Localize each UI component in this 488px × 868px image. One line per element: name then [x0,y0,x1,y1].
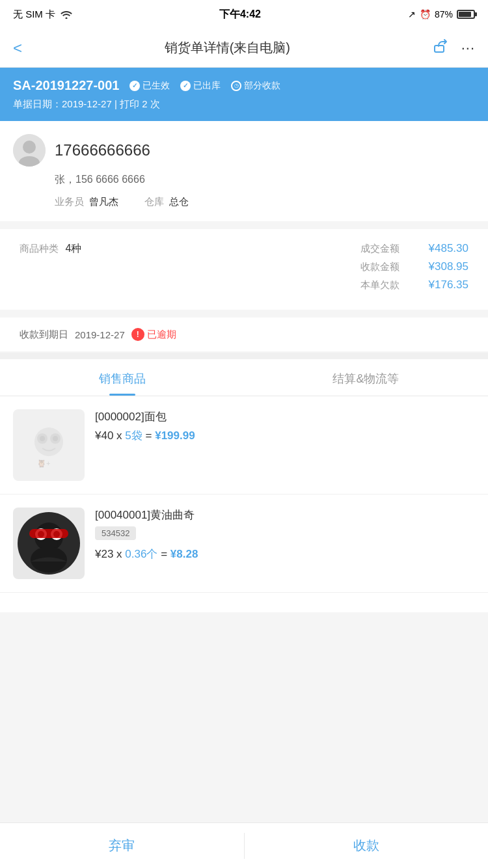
product-name-1: [0000002]面包 [95,409,475,424]
type-count: 4种 [65,242,81,256]
collect-payment-button[interactable]: 收款 [245,826,489,865]
price-base-1: ¥40 [95,429,113,442]
customer-meta: 业务员 曾凡杰 仓库 总仓 [13,196,475,208]
nav-actions: ··· [433,38,475,58]
price-eq-2: = [161,548,170,560]
staff-info: 业务员 曾凡杰 [55,196,118,208]
page-title: 销货单详情(来自电脑) [165,39,290,57]
product-item: 🦉+ [0000002]面包 ¥40 x 5袋 = ¥199.99 [0,396,488,495]
divider-2 [0,311,488,318]
svg-text:🦉+: 🦉+ [37,459,50,468]
battery-percent: 87% [435,9,453,20]
customer-section: 17666666666 张，156 6666 6666 业务员 曾凡杰 仓库 总… [0,121,488,221]
bottom-spacer [0,612,488,671]
received-row: 收款金额 ¥308.95 [360,260,468,273]
product-thumbnail-1: 🦉+ [13,409,85,481]
cancel-audit-button[interactable]: 弃审 [0,826,244,865]
price-eq-1: = [146,429,156,442]
customer-header: 17666666666 [13,134,475,167]
svg-rect-0 [435,46,444,52]
price-base-2: ¥23 [95,548,113,560]
svg-point-2 [23,141,36,154]
svg-rect-16 [29,529,68,538]
price-x-1: x [116,429,125,442]
product-name-2: [00040001]黄油曲奇 [95,508,475,522]
overdue-text: 已逾期 [147,329,176,341]
product-details-1: [0000002]面包 ¥40 x 5袋 = ¥199.99 [95,409,475,443]
staff-label: 业务员 [55,196,84,208]
overdue-icon: ! [131,328,144,341]
avatar [13,134,46,167]
svg-point-8 [53,436,58,441]
product-details-2: [00040001]黄油曲奇 534532 ¥23 x 0.36个 = ¥8.2… [95,508,475,562]
check-icon-2: ✓ [180,81,191,91]
bottom-bar: 弃审 收款 [0,822,488,868]
received-value: ¥308.95 [410,260,468,273]
product-thumbnail-2 [13,508,85,579]
product-list: 🦉+ [0000002]面包 ¥40 x 5袋 = ¥199.99 [0,396,488,612]
alarm-icon: ⏰ [420,9,431,20]
price-qty-2: 0.36个 [125,548,157,560]
debt-label: 本单欠款 [360,279,400,292]
divider-1 [0,223,488,229]
price-total-1: ¥199.99 [155,429,195,442]
debt-value: ¥176.35 [410,278,468,292]
status-time: 下午4:42 [219,8,261,21]
badge-shipped: ✓ 已出库 [180,80,221,92]
divider-3 [0,353,488,359]
staff-name: 曾凡杰 [89,196,118,208]
warehouse-label: 仓库 [144,196,164,208]
nav-bar: < 销货单详情(来自电脑) ··· [0,29,488,68]
wifi-icon [61,10,72,19]
product-price-2: ¥23 x 0.36个 = ¥8.28 [95,547,475,562]
tabs: 销售商品 结算&物流等 [0,359,488,396]
badge-partial: ◷ 部分收款 [231,80,280,92]
warehouse-info: 仓库 总仓 [144,196,189,208]
stats-left: 商品种类 4种 [20,242,81,256]
due-section: 收款到期日 2019-12-27 ! 已逾期 [0,318,488,351]
price-total-2: ¥8.28 [170,548,198,560]
banner-date: 单据日期：2019-12-27 | 打印 2 次 [13,98,475,111]
stats-right: 成交金额 ¥485.30 收款金额 ¥308.95 本单欠款 ¥176.35 [360,242,468,297]
due-label: 收款到期日 [20,329,68,341]
order-id: SA-20191227-001 [13,78,119,93]
warehouse-name: 总仓 [169,196,189,208]
stats-section: 商品种类 4种 成交金额 ¥485.30 收款金额 ¥308.95 本单欠款 ¥… [0,229,488,310]
amount-row: 成交金额 ¥485.30 [360,242,468,255]
banner-top: SA-20191227-001 ✓ 已生效 ✓ 已出库 ◷ 部分收款 [13,78,475,93]
type-label: 商品种类 [20,243,59,254]
tab-settlement[interactable]: 结算&物流等 [244,359,488,396]
check-icon-1: ✓ [129,81,140,91]
carrier-text: 无 SIM 卡 [13,8,55,21]
received-label: 收款金额 [360,261,400,273]
status-bar: 无 SIM 卡 下午4:42 ↗ ⏰ 87% [0,0,488,29]
product-tag-2: 534532 [95,526,136,540]
battery-fill [459,12,471,17]
tab-sales-products[interactable]: 销售商品 [0,359,244,396]
customer-phone: 17666666666 [55,141,150,159]
price-x-2: x [116,548,125,560]
status-left: 无 SIM 卡 [13,8,72,21]
back-button[interactable]: < [13,39,22,57]
debt-row: 本单欠款 ¥176.35 [360,278,468,292]
product-item-2: [00040001]黄油曲奇 534532 ¥23 x 0.36个 = ¥8.2… [0,495,488,593]
price-qty-1: 5袋 [125,429,142,442]
more-button[interactable]: ··· [461,40,475,57]
product-price-1: ¥40 x 5袋 = ¥199.99 [95,428,475,443]
amount-value: ¥485.30 [410,242,468,255]
list-bottom-space [0,593,488,612]
clock-icon: ◷ [231,81,241,91]
due-date: 2019-12-27 [75,329,125,340]
battery-icon [457,10,475,19]
overdue-badge: ! 已逾期 [131,328,176,341]
status-right: ↗ ⏰ 87% [408,9,475,20]
header-banner: SA-20191227-001 ✓ 已生效 ✓ 已出库 ◷ 部分收款 单据日期：… [0,68,488,121]
share-button[interactable] [433,38,448,58]
customer-name-phone: 张，156 6666 6666 [13,173,475,187]
badge-activated: ✓ 已生效 [129,80,170,92]
location-icon: ↗ [408,9,416,20]
amount-label: 成交金额 [360,243,400,255]
svg-point-7 [40,436,45,441]
